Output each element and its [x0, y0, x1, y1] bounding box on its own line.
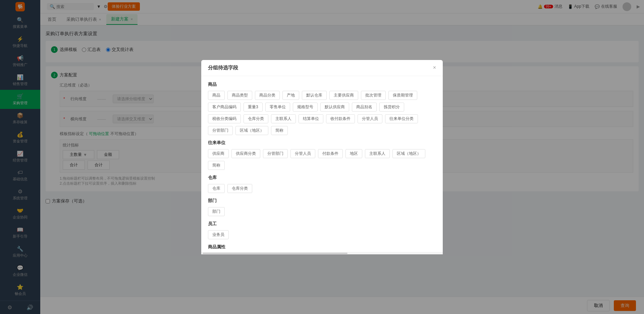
field-chip-主联系人[interactable]: 主联系人 — [271, 114, 296, 123]
field-chip-主要供应商[interactable]: 主要供应商 — [329, 91, 358, 100]
field-chips-仓库: 仓库仓库分类 — [208, 184, 436, 193]
section-title-商品属性: 商品属性 — [208, 244, 436, 250]
field-chips-商品: 商品商品类型商品分类产地默认仓库主要供应商批次管理保质期管理客户商品编码重量3零… — [208, 91, 436, 135]
modal-header: 分组待选字段 × — [201, 60, 443, 76]
field-chip-商品分类[interactable]: 商品分类 — [255, 91, 280, 100]
field-chip-仓库分类[interactable]: 仓库分类 — [227, 184, 252, 193]
field-chip-重量3[interactable]: 重量3 — [244, 103, 263, 112]
section-title-员工: 员工 — [208, 221, 436, 227]
field-chip-收付款条件[interactable]: 收付款条件 — [326, 114, 355, 123]
section-title-部门: 部门 — [208, 198, 436, 204]
field-chip-区域（地区）[interactable]: 区域（地区） — [235, 126, 268, 135]
field-chip-仓库分类[interactable]: 仓库分类 — [244, 114, 268, 123]
field-chips-员工: 业务员 — [208, 230, 436, 239]
field-chip-简称[interactable]: 简称 — [208, 161, 225, 170]
modal: 分组待选字段 × 商品商品商品类型商品分类产地默认仓库主要供应商批次管理保质期管… — [201, 60, 443, 254]
field-chip-分管人员[interactable]: 分管人员 — [290, 149, 315, 158]
field-chip-区域（地区）[interactable]: 区域（地区） — [392, 149, 425, 158]
field-chip-默认仓库[interactable]: 默认仓库 — [302, 91, 327, 100]
field-chip-产地[interactable]: 产地 — [282, 91, 299, 100]
field-chip-地区[interactable]: 地区 — [345, 149, 362, 158]
field-chip-零售单位[interactable]: 零售单位 — [265, 103, 290, 112]
modal-close-button[interactable]: × — [433, 65, 436, 71]
field-chip-保质期管理[interactable]: 保质期管理 — [388, 91, 417, 100]
field-chip-拣货积分[interactable]: 拣货积分 — [379, 103, 404, 112]
field-chip-默认供应商[interactable]: 默认供应商 — [320, 103, 349, 112]
modal-body: 商品商品商品类型商品分类产地默认仓库主要供应商批次管理保质期管理客户商品编码重量… — [201, 76, 443, 252]
field-chip-分管部门[interactable]: 分管部门 — [263, 149, 288, 158]
field-chip-分管部门[interactable]: 分管部门 — [208, 126, 233, 135]
field-chip-供应商[interactable]: 供应商 — [208, 149, 229, 158]
field-chip-部门[interactable]: 部门 — [208, 207, 225, 216]
field-chip-客户商品编码[interactable]: 客户商品编码 — [208, 103, 241, 112]
field-chip-仓库[interactable]: 仓库 — [208, 184, 225, 193]
section-title-仓库: 仓库 — [208, 175, 436, 181]
field-chips-部门: 部门 — [208, 207, 436, 216]
field-chip-付款条件[interactable]: 付款条件 — [318, 149, 343, 158]
field-chip-商品[interactable]: 商品 — [208, 91, 225, 100]
field-chip-税收分类编码[interactable]: 税收分类编码 — [208, 114, 241, 123]
field-chip-供应商分类[interactable]: 供应商分类 — [231, 149, 260, 158]
field-chip-批次管理[interactable]: 批次管理 — [361, 91, 386, 100]
modal-hscroll[interactable] — [201, 252, 443, 254]
field-chip-分管人员[interactable]: 分管人员 — [358, 114, 382, 123]
field-chip-业务员[interactable]: 业务员 — [208, 230, 229, 239]
field-chip-简称[interactable]: 简称 — [271, 126, 288, 135]
field-chip-商品别名[interactable]: 商品别名 — [352, 103, 377, 112]
field-chip-主联系人[interactable]: 主联系人 — [365, 149, 390, 158]
section-title-商品: 商品 — [208, 81, 436, 87]
field-chip-规格型号[interactable]: 规格型号 — [293, 103, 318, 112]
field-chip-商品类型[interactable]: 商品类型 — [227, 91, 252, 100]
field-chip-往来单位分类[interactable]: 往来单位分类 — [385, 114, 418, 123]
field-chip-结算单位[interactable]: 结算单位 — [299, 114, 323, 123]
section-title-往来单位: 往来单位 — [208, 140, 436, 146]
field-chips-往来单位: 供应商供应商分类分管部门分管人员付款条件地区主联系人区域（地区）简称 — [208, 149, 436, 170]
modal-overlay[interactable]: 分组待选字段 × 商品商品商品类型商品分类产地默认仓库主要供应商批次管理保质期管… — [0, 0, 644, 314]
modal-title: 分组待选字段 — [208, 65, 238, 71]
